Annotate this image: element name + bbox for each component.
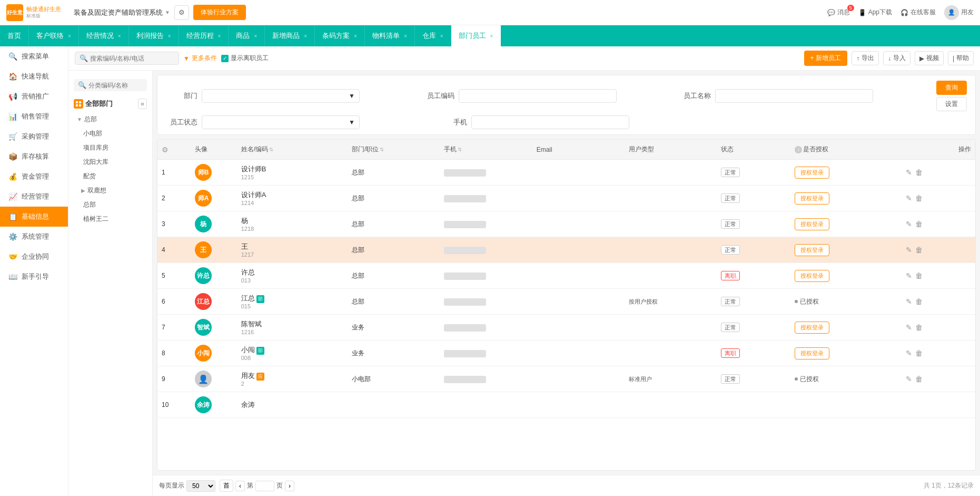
query-button[interactable]: 查询 — [936, 81, 967, 95]
nav-tab-经营历程[interactable]: 经营历程× — [179, 25, 229, 46]
sidebar-item-marketing[interactable]: 📢 营销推广 — [0, 86, 68, 106]
close-tab-icon[interactable]: × — [118, 33, 121, 39]
import-button[interactable]: ↓ 导入 — [883, 51, 910, 65]
search-input[interactable] — [90, 55, 174, 62]
nav-tab-商品[interactable]: 商品× — [229, 25, 265, 46]
more-filter-button[interactable]: ▼ 更多条件 — [183, 54, 217, 63]
search-box[interactable]: 🔍 — [75, 52, 179, 65]
auth-login-button[interactable]: 授权登录 — [795, 244, 829, 256]
close-tab-icon[interactable]: × — [404, 33, 407, 39]
next-page-button[interactable]: › — [285, 481, 294, 491]
nav-tab-客户联络[interactable]: 客户联络× — [29, 25, 79, 46]
delete-button[interactable]: 🗑 — [915, 271, 923, 280]
nav-tab-物料清单[interactable]: 物料清单× — [365, 25, 415, 46]
online-service-button[interactable]: 🎧 在线客服 — [900, 8, 936, 17]
auth-login-button[interactable]: 授权登录 — [795, 167, 829, 179]
th-name[interactable]: 姓名/编码⇅ — [237, 140, 348, 160]
sidebar-item-operations[interactable]: 📈 经营管理 — [0, 187, 68, 207]
set-button[interactable]: 设置 — [936, 97, 967, 111]
close-tab-icon[interactable]: × — [304, 33, 307, 39]
nav-tab-新增商品[interactable]: 新增商品× — [265, 25, 315, 46]
dept-search-input[interactable] — [88, 82, 131, 89]
close-tab-icon[interactable]: × — [490, 33, 493, 39]
nav-tab-仓库[interactable]: 仓库× — [415, 25, 451, 46]
sidebar-item-quick-nav[interactable]: 🏠 快速导航 — [0, 66, 68, 86]
sidebar-item-guide[interactable]: 📖 新手引导 — [0, 267, 68, 287]
settings-button[interactable]: ⚙ — [174, 5, 189, 20]
delete-button[interactable]: 🗑 — [915, 168, 923, 177]
sidebar-item-purchase[interactable]: 🛒 采购管理 — [0, 127, 68, 147]
delete-button[interactable]: 🗑 — [915, 375, 923, 383]
dept-node[interactable]: 植树王二 — [68, 212, 152, 226]
dept-node[interactable]: 沈阳大库 — [68, 155, 152, 169]
page-input[interactable]: 1 — [255, 481, 274, 491]
dept-node[interactable]: ▼ 总部 — [68, 112, 152, 127]
dept-node[interactable]: 小电部 — [68, 127, 152, 141]
delete-button[interactable]: 🗑 — [915, 246, 923, 254]
edit-button[interactable]: ✎ — [906, 246, 912, 254]
dept-node[interactable]: ▶ 双鹿想 — [68, 183, 152, 198]
th-dept[interactable]: 部门/职位⇅ — [348, 140, 440, 160]
edit-button[interactable]: ✎ — [906, 168, 912, 177]
all-departments-button[interactable]: 全部部门 « — [68, 95, 152, 112]
nav-tab-条码方案[interactable]: 条码方案× — [315, 25, 365, 46]
delete-button[interactable]: 🗑 — [915, 220, 923, 228]
sidebar-item-system[interactable]: ⚙️ 系统管理 — [0, 227, 68, 247]
close-tab-icon[interactable]: × — [168, 33, 171, 39]
close-tab-icon[interactable]: × — [354, 33, 357, 39]
sidebar-item-finance[interactable]: 💰 资金管理 — [0, 167, 68, 187]
dept-select[interactable]: ▼ — [202, 89, 360, 103]
edit-button[interactable]: ✎ — [906, 375, 912, 383]
close-tab-icon[interactable]: × — [254, 33, 257, 39]
sidebar-item-sales[interactable]: 📊 销售管理 — [0, 106, 68, 127]
trial-button[interactable]: 体验行业方案 — [193, 5, 246, 20]
prev-page-button[interactable]: ‹ — [235, 481, 245, 491]
delete-button[interactable]: 🗑 — [915, 194, 923, 202]
app-download-button[interactable]: 📱 App下载 — [858, 8, 892, 17]
edit-button[interactable]: ✎ — [906, 349, 912, 357]
add-employee-button[interactable]: + 新增员工 — [804, 51, 847, 66]
emp-code-input[interactable] — [459, 89, 617, 103]
emp-name-input[interactable] — [715, 89, 873, 103]
dropdown-arrow-icon[interactable]: ▼ — [165, 9, 170, 15]
nav-tab-经营情况[interactable]: 经营情况× — [79, 25, 129, 46]
edit-button[interactable]: ✎ — [906, 220, 912, 228]
nav-tab-部门员工[interactable]: 部门员工× — [451, 25, 501, 46]
close-tab-icon[interactable]: × — [218, 33, 221, 39]
show-resigned-toggle[interactable]: ✓ 显示离职员工 — [221, 54, 269, 63]
auth-login-button[interactable]: 授权登录 — [795, 270, 829, 282]
sidebar-item-inventory[interactable]: 📦 库存核算 — [0, 147, 68, 167]
sidebar-item-search-menu[interactable]: 🔍 搜索菜单 — [0, 46, 68, 66]
help-button[interactable]: | 帮助 — [948, 51, 974, 65]
close-tab-icon[interactable]: × — [440, 33, 443, 39]
th-settings[interactable]: ⚙ — [157, 140, 191, 160]
collapse-button[interactable]: « — [138, 99, 147, 109]
auth-login-button[interactable]: 授权登录 — [795, 192, 829, 205]
user-menu-button[interactable]: 👤 用友 — [944, 5, 974, 20]
th-phone[interactable]: 手机⇅ — [440, 140, 532, 160]
edit-button[interactable]: ✎ — [906, 323, 912, 332]
auth-login-button[interactable]: 授权登录 — [795, 322, 829, 334]
dept-node[interactable]: 项目库房 — [68, 141, 152, 155]
first-page-button[interactable]: 首 — [220, 480, 233, 492]
dept-node[interactable]: 配货 — [68, 169, 152, 183]
close-tab-icon[interactable]: × — [68, 33, 71, 39]
delete-button[interactable]: 🗑 — [915, 297, 923, 306]
per-page-select[interactable]: 50 20 100 — [186, 480, 215, 492]
view-button[interactable]: ▶ 视频 — [915, 51, 944, 65]
nav-tab-利润报告[interactable]: 利润报告× — [129, 25, 179, 46]
status-select[interactable]: ▼ — [202, 115, 360, 129]
phone-input[interactable] — [471, 115, 629, 129]
auth-login-button[interactable]: 授权登录 — [795, 218, 829, 230]
messages-button[interactable]: 💬 消息 5 — [827, 8, 850, 17]
delete-button[interactable]: 🗑 — [915, 323, 923, 332]
nav-tab-首页[interactable]: 首页 — [0, 25, 29, 46]
dept-search[interactable]: 🔍 — [74, 79, 147, 91]
dept-node[interactable]: 总部 — [68, 198, 152, 212]
auth-login-button[interactable]: 授权登录 — [795, 347, 829, 359]
export-button[interactable]: ↑ 导出 — [852, 51, 879, 65]
delete-button[interactable]: 🗑 — [915, 349, 923, 357]
edit-button[interactable]: ✎ — [906, 271, 912, 280]
edit-button[interactable]: ✎ — [906, 194, 912, 202]
sidebar-item-basic-info[interactable]: 📋 基础信息 — [0, 207, 68, 227]
